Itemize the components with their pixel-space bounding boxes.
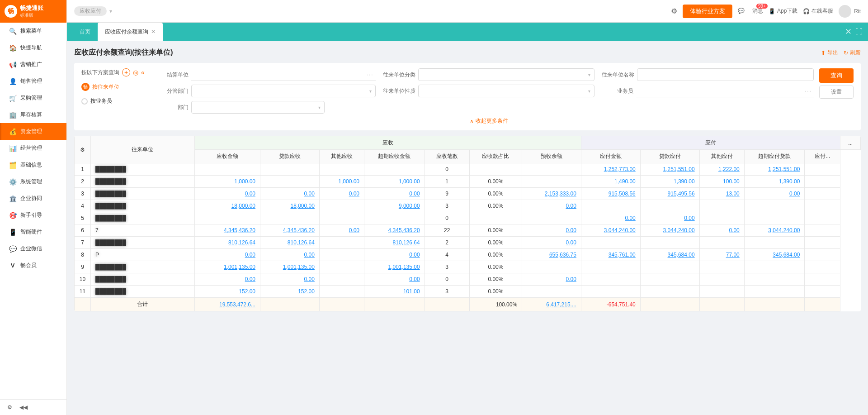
sidebar-item-inventory[interactable]: 🏢 库存核算	[0, 106, 66, 123]
row-ar-overdue[interactable]: 1,000.00	[364, 176, 425, 188]
row-ar-loan[interactable]: 810,126.64	[260, 237, 320, 249]
row-ar-amount[interactable]: 152.00	[194, 286, 260, 298]
row-ar-amount[interactable]: 0.00	[194, 249, 260, 261]
row-ar-loan[interactable]: 0.00	[260, 249, 320, 261]
sidebar-item-marketing[interactable]: 📢 营销推广	[0, 56, 66, 73]
sidebar-settings-icon[interactable]: ⚙	[7, 404, 12, 410]
row-ar-prepay[interactable]: 0.00	[522, 200, 581, 212]
schema-by-partner[interactable]: 畅 按往来单位	[81, 81, 152, 93]
row-ap-amount[interactable]: 1,490.00	[581, 176, 640, 188]
jiesuan-input[interactable]: ···	[191, 68, 376, 81]
row-ar-amount[interactable]: 810,126.64	[194, 237, 260, 249]
filter-collapse-schema-icon[interactable]: «	[141, 69, 145, 76]
row-ap-loan[interactable]: 0.00	[640, 212, 699, 224]
row-ap-other[interactable]: 100.00	[699, 176, 744, 188]
row-ap-other[interactable]: 77.00	[699, 249, 744, 261]
row-ap-overdue[interactable]: 3,044,240.00	[744, 224, 805, 237]
tab-close-window-icon[interactable]: ✕	[845, 27, 852, 37]
th-settings[interactable]: ⚙	[75, 136, 91, 163]
row-ar-overdue[interactable]: 1,001,135.00	[364, 261, 425, 273]
salesman-input[interactable]: ···	[636, 85, 814, 97]
tab-close-icon[interactable]: ✕	[151, 29, 156, 35]
sidebar-item-system[interactable]: ⚙️ 系统管理	[0, 173, 66, 190]
total-ar-prepay[interactable]: 6,417,215....	[522, 298, 581, 311]
row-ar-amount[interactable]: 1,000.00	[194, 176, 260, 188]
row-ap-loan[interactable]: 1,251,551.00	[640, 163, 699, 176]
row-ar-other[interactable]: 0.00	[319, 188, 364, 200]
tab-home[interactable]: 首页	[72, 23, 98, 41]
row-ap-loan[interactable]: 345,684.00	[640, 249, 699, 261]
dept-select[interactable]: ▾	[191, 101, 325, 114]
row-ar-prepay[interactable]: 655,636.75	[522, 249, 581, 261]
collapse-btn[interactable]: ∧ 收起更多条件	[470, 117, 508, 125]
row-ap-overdue[interactable]: 345,684.00	[744, 249, 805, 261]
row-ar-other[interactable]: 1,000.00	[319, 176, 364, 188]
refresh-btn[interactable]: ↻ 刷新	[844, 49, 861, 57]
schema-by-salesman[interactable]: 按业务员	[81, 95, 152, 107]
unit-category-select[interactable]: ▾	[418, 68, 595, 81]
row-ar-overdue[interactable]: 101.00	[364, 286, 425, 298]
row-ar-amount[interactable]: 0.00	[194, 273, 260, 286]
row-ar-loan[interactable]: 0.00	[260, 188, 320, 200]
row-ar-overdue[interactable]: 810,126.64	[364, 237, 425, 249]
row-ar-loan[interactable]: 4,345,436.20	[260, 224, 320, 237]
row-ar-loan[interactable]: 0.00	[260, 273, 320, 286]
row-ar-loan[interactable]: 18,000.00	[260, 200, 320, 212]
row-ap-amount[interactable]: 1,252,773.00	[581, 163, 640, 176]
tab-ar-ap-query[interactable]: 应收应付余额查询 ✕	[98, 23, 163, 41]
row-ap-overdue[interactable]: 1,390.00	[744, 176, 805, 188]
row-ap-other[interactable]: 0.00	[699, 224, 744, 237]
row-ar-amount[interactable]: 18,000.00	[194, 200, 260, 212]
sidebar-item-corp-wechat[interactable]: 💬 企业微信	[0, 240, 66, 257]
table-settings-icon[interactable]: ⚙	[80, 147, 85, 153]
filter-add-btn[interactable]: +	[122, 68, 130, 76]
row-ar-amount[interactable]: 0.00	[194, 188, 260, 200]
filter-target-icon[interactable]: ◎	[133, 69, 138, 76]
unit-nature-select[interactable]: ▾	[418, 85, 595, 97]
sidebar-item-basic-info[interactable]: 🗂️ 基础信息	[0, 157, 66, 173]
sidebar-item-search-menu[interactable]: 🔍 搜索菜单	[0, 23, 66, 39]
row-ar-amount[interactable]: 4,345,436.20	[194, 224, 260, 237]
settings-gear-icon[interactable]: ⚙	[671, 7, 677, 15]
row-ap-overdue[interactable]: 0.00	[744, 188, 805, 200]
row-ar-prepay[interactable]: 0.00	[522, 273, 581, 286]
unit-name-input[interactable]	[637, 68, 814, 81]
row-ap-loan[interactable]: 3,044,240.00	[640, 224, 699, 237]
sidebar-item-purchase[interactable]: 🛒 采购管理	[0, 90, 66, 106]
row-ar-prepay[interactable]: 2,153,333.00	[522, 188, 581, 200]
row-ap-other[interactable]: 13.00	[699, 188, 744, 200]
row-ap-amount[interactable]: 0.00	[581, 212, 640, 224]
trial-btn[interactable]: 体验行业方案	[683, 5, 732, 18]
online-service[interactable]: 🎧 在线客服	[803, 7, 833, 15]
sidebar-item-management[interactable]: 📊 经营管理	[0, 140, 66, 157]
row-ar-overdue[interactable]: 9,000.00	[364, 200, 425, 212]
row-ap-loan[interactable]: 1,390.00	[640, 176, 699, 188]
tab-expand-icon[interactable]: ⛶	[855, 28, 863, 36]
sidebar-item-newbie[interactable]: 🎯 新手引导	[0, 207, 66, 224]
sidebar-item-member[interactable]: V 畅会员	[0, 257, 66, 274]
sidebar-item-corp-collab[interactable]: 🏛️ 企业协同	[0, 190, 66, 207]
message-area[interactable]: 💬 99+ 消息	[738, 7, 763, 15]
row-ar-overdue[interactable]: 0.00	[364, 249, 425, 261]
user-area[interactable]: Rit	[839, 5, 861, 18]
settings-btn[interactable]: 设置	[819, 86, 854, 99]
export-btn[interactable]: ⬆ 导出	[821, 49, 838, 57]
row-ar-other[interactable]: 0.00	[319, 224, 364, 237]
row-ar-loan[interactable]: 152.00	[260, 286, 320, 298]
sidebar-item-finance[interactable]: 💰 资金管理	[0, 123, 66, 140]
row-ap-amount[interactable]: 3,044,240.00	[581, 224, 640, 237]
row-ap-loan[interactable]: 915,495.56	[640, 188, 699, 200]
row-ar-overdue[interactable]: 4,345,436.20	[364, 224, 425, 237]
row-ap-amount[interactable]: 915,508.56	[581, 188, 640, 200]
row-ar-prepay[interactable]: 0.00	[522, 224, 581, 237]
sidebar-item-sales[interactable]: 👤 销售管理	[0, 73, 66, 90]
app-download[interactable]: 📱 App下载	[769, 7, 797, 15]
query-btn[interactable]: 查询	[819, 68, 854, 83]
sidebar-item-smart-hw[interactable]: 📱 智能硬件	[0, 224, 66, 240]
dept-charge-select[interactable]: ▾	[191, 85, 376, 97]
row-ar-overdue[interactable]: 0.00	[364, 273, 425, 286]
sidebar-collapse-icon[interactable]: ◀◀	[19, 404, 28, 410]
row-ap-amount[interactable]: 345,761.00	[581, 249, 640, 261]
row-ar-loan[interactable]: 1,001,135.00	[260, 261, 320, 273]
row-ap-overdue[interactable]: 1,251,551.00	[744, 163, 805, 176]
